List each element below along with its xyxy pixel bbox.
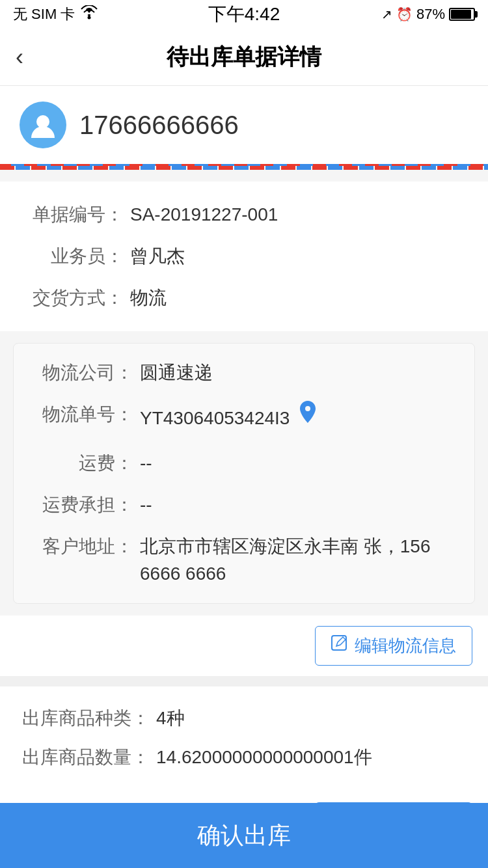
salesman-row: 业务员： 曾凡杰	[20, 243, 468, 270]
doc-no-value: SA-20191227-001	[130, 201, 468, 228]
confirm-btn-label: 确认出库	[197, 820, 291, 852]
freight-bear-value: --	[140, 491, 459, 519]
address-row: 客户地址： 北京市市辖区海淀区永丰南 张，156 6666 6666	[29, 533, 459, 588]
freight-bear-label: 运费承担：	[29, 491, 133, 519]
location-status-icon: ↗	[381, 7, 392, 22]
svg-point-0	[88, 16, 91, 20]
battery-icon	[449, 8, 475, 21]
status-time: 下午4:42	[208, 2, 280, 27]
order-info-section: 单据编号： SA-20191227-001 业务员： 曾凡杰 交货方式： 物流	[0, 182, 488, 331]
section-divider	[0, 676, 488, 686]
goods-type-row: 出库商品种类： 4种	[20, 706, 468, 731]
goods-type-value: 4种	[156, 706, 185, 731]
logistics-tracking-value: YT43064053424I3	[140, 401, 459, 435]
edit-logistics-label: 编辑物流信息	[355, 634, 456, 657]
delivery-value: 物流	[130, 284, 468, 312]
freight-label: 运费：	[29, 450, 133, 477]
goods-type-label: 出库商品种类：	[20, 706, 150, 731]
logistics-card: 物流公司： 圆通速递 物流单号： YT43064053424I3 运费： -- …	[13, 343, 475, 604]
logistics-tracking-label: 物流单号：	[29, 401, 133, 428]
goods-quantity-value: 14.62000000000000001件	[156, 745, 372, 770]
battery-percent: 87%	[416, 6, 445, 23]
salesman-value: 曾凡杰	[130, 243, 468, 270]
page-title: 待出库单据详情	[167, 42, 321, 72]
address-label: 客户地址：	[29, 533, 133, 560]
nav-bar: ‹ 待出库单据详情	[0, 29, 488, 86]
carrier-text: 无 SIM 卡	[13, 5, 75, 24]
customer-header: 17666666666	[0, 86, 488, 166]
logistics-company-row: 物流公司： 圆通速递	[29, 359, 459, 387]
tracking-location-icon[interactable]	[297, 401, 318, 435]
wifi-icon	[80, 5, 98, 23]
freight-row: 运费： --	[29, 450, 459, 477]
user-icon	[29, 111, 57, 139]
status-right: ↗ ⏰ 87%	[381, 6, 475, 23]
alarm-icon: ⏰	[396, 7, 413, 22]
status-left: 无 SIM 卡	[13, 5, 98, 24]
goods-section: 出库商品种类： 4种 出库商品数量： 14.62000000000000001件	[0, 686, 488, 789]
freight-bear-row: 运费承担： --	[29, 491, 459, 519]
edit-icon	[331, 635, 348, 657]
confirm-btn-bar[interactable]: 确认出库	[0, 803, 488, 868]
salesman-label: 业务员：	[20, 243, 124, 270]
avatar	[20, 102, 66, 148]
status-bar: 无 SIM 卡 下午4:42 ↗ ⏰ 87%	[0, 0, 488, 29]
edit-logistics-button[interactable]: 编辑物流信息	[315, 626, 472, 666]
back-button[interactable]: ‹	[16, 44, 23, 71]
goods-quantity-row: 出库商品数量： 14.62000000000000001件	[20, 745, 468, 770]
logistics-tracking-row: 物流单号： YT43064053424I3	[29, 401, 459, 435]
customer-phone: 17666666666	[79, 111, 239, 140]
goods-quantity-label: 出库商品数量：	[20, 745, 150, 770]
delivery-label: 交货方式：	[20, 284, 124, 312]
address-value: 北京市市辖区海淀区永丰南 张，156 6666 6666	[140, 533, 459, 588]
freight-value: --	[140, 450, 459, 477]
doc-no-label: 单据编号：	[20, 201, 124, 228]
logistics-company-value: 圆通速递	[140, 359, 459, 387]
dash-divider	[0, 166, 488, 170]
delivery-row: 交货方式： 物流	[20, 284, 468, 312]
logistics-company-label: 物流公司：	[29, 359, 133, 387]
edit-btn-row: 编辑物流信息	[0, 616, 488, 676]
doc-no-row: 单据编号： SA-20191227-001	[20, 201, 468, 228]
